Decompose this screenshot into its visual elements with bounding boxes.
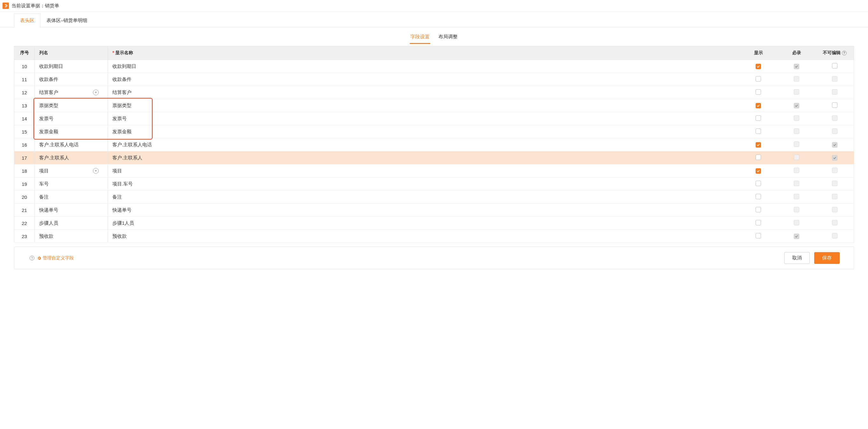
table-row: 18项目+项目 [14, 165, 854, 177]
cell-name: 项目+ [35, 165, 108, 177]
field-name-label: 结算客户 [39, 90, 58, 96]
sub-tab-0[interactable]: 字段设置 [410, 32, 430, 44]
table-row: 13票据类型票据类型 [14, 99, 854, 112]
cell-readonly [816, 230, 854, 243]
table-row: 11收款条件收款条件 [14, 73, 854, 86]
cell-display-name[interactable]: 收款条件 [108, 73, 739, 86]
show-checkbox[interactable] [755, 168, 761, 174]
show-checkbox[interactable] [755, 194, 761, 199]
cell-display-name[interactable]: 备注 [108, 191, 739, 204]
th-required: 必录 [778, 46, 816, 60]
save-button[interactable]: 保存 [814, 252, 840, 264]
field-name-label: 备注 [39, 194, 49, 200]
cell-display-name[interactable]: 发票金额 [108, 125, 739, 138]
readonly-checkbox[interactable] [832, 102, 837, 108]
cell-show [739, 151, 778, 165]
readonly-checkbox [832, 128, 837, 134]
field-name-label: 收款到期日 [39, 63, 63, 69]
readonly-checkbox [832, 181, 837, 186]
cell-readonly [816, 99, 854, 112]
cell-show [739, 191, 778, 204]
sub-tab-1[interactable]: 布局调整 [438, 32, 458, 44]
required-checkbox [794, 128, 799, 134]
cell-name: 票据类型 [35, 99, 108, 112]
cell-required [778, 138, 816, 151]
readonly-checkbox[interactable] [832, 63, 837, 68]
th-name: 列名 [35, 46, 108, 60]
show-checkbox[interactable] [755, 103, 761, 108]
readonly-checkbox [832, 115, 837, 121]
help-icon[interactable]: ? [842, 51, 847, 55]
cell-display-name[interactable]: 收款到期日 [108, 60, 739, 73]
field-name-label: 车号 [39, 181, 49, 187]
show-checkbox[interactable] [755, 233, 761, 238]
cell-display-name[interactable]: 预收款 [108, 230, 739, 243]
cell-required [778, 177, 816, 191]
cancel-button[interactable]: 取消 [784, 252, 810, 264]
show-checkbox[interactable] [755, 181, 761, 186]
cell-display-name[interactable]: 结算客户 [108, 86, 739, 99]
page-header: 当前设置单据： 销货单 [0, 0, 868, 12]
required-checkbox [794, 220, 799, 225]
cell-readonly [816, 112, 854, 125]
cell-display-name[interactable]: 发票号 [108, 112, 739, 125]
show-checkbox[interactable] [755, 154, 761, 160]
cell-required [778, 165, 816, 177]
show-checkbox[interactable] [755, 115, 761, 121]
cell-seq: 13 [14, 99, 35, 112]
show-checkbox[interactable] [755, 142, 761, 148]
expand-panel-icon[interactable] [3, 3, 9, 9]
add-subfield-button[interactable]: + [93, 168, 99, 174]
cell-seq: 21 [14, 204, 35, 217]
table-row: 16客户.主联系人电话客户.主联系人电话 [14, 138, 854, 151]
cell-required [778, 125, 816, 138]
th-seq: 序号 [14, 46, 35, 60]
cell-name: 发票金额 [35, 125, 108, 138]
show-checkbox[interactable] [755, 207, 761, 212]
cell-display-name[interactable]: 步骤1人员 [108, 217, 739, 230]
cell-display-name[interactable]: 客户.主联系人电话 [108, 138, 739, 151]
cell-show [739, 112, 778, 125]
table-row: 15发票金额发票金额 [14, 125, 854, 138]
cell-readonly [816, 86, 854, 99]
field-name-label: 客户.主联系人电话 [39, 142, 79, 148]
cell-name: 备注 [35, 191, 108, 204]
add-subfield-button[interactable]: + [93, 90, 99, 95]
readonly-checkbox [832, 207, 837, 212]
cell-name: 步骤人员 [35, 217, 108, 230]
th-show: 显示 [739, 46, 778, 60]
cell-seq: 19 [14, 177, 35, 191]
main-tab-1[interactable]: 表体区–销货单明细 [40, 13, 93, 27]
cell-display-name[interactable]: 票据类型 [108, 99, 739, 112]
manage-custom-fields-link[interactable]: 管理自定义字段 [37, 255, 74, 261]
required-checkbox [794, 89, 799, 95]
cell-readonly [816, 191, 854, 204]
table-row: 23预收款预收款 [14, 230, 854, 243]
required-checkbox [794, 64, 799, 69]
required-checkbox [794, 194, 799, 199]
cell-seq: 15 [14, 125, 35, 138]
field-name-label: 快递单号 [39, 207, 58, 213]
cell-show [739, 86, 778, 99]
show-checkbox[interactable] [755, 64, 761, 69]
main-tab-0[interactable]: 表头区 [14, 13, 40, 27]
cell-display-name[interactable]: 项目 [108, 165, 739, 177]
cell-seq: 18 [14, 165, 35, 177]
cell-seq: 23 [14, 230, 35, 243]
readonly-checkbox [832, 89, 837, 95]
show-checkbox[interactable] [755, 89, 761, 95]
readonly-checkbox [832, 220, 837, 225]
cell-seq: 11 [14, 73, 35, 86]
required-checkbox [794, 234, 799, 239]
show-checkbox[interactable] [755, 220, 761, 225]
cell-display-name[interactable]: 项目.车号 [108, 177, 739, 191]
field-name-label: 客户.主联系人 [39, 155, 69, 161]
show-checkbox[interactable] [755, 76, 761, 82]
th-readonly: 不可编辑? [816, 46, 854, 60]
cell-required [778, 99, 816, 112]
cell-display-name[interactable]: 快递单号 [108, 204, 739, 217]
cell-display-name[interactable]: 客户.主联系人 [108, 151, 739, 165]
show-checkbox[interactable] [755, 128, 761, 134]
cell-required [778, 86, 816, 99]
footer-help-icon[interactable]: ? [30, 256, 34, 260]
